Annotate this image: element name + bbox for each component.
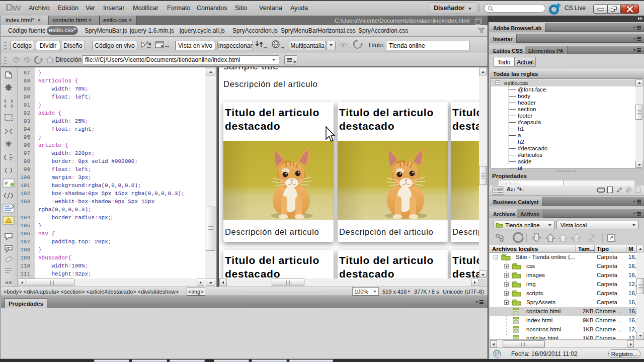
svg-text:#: # xyxy=(5,180,8,187)
